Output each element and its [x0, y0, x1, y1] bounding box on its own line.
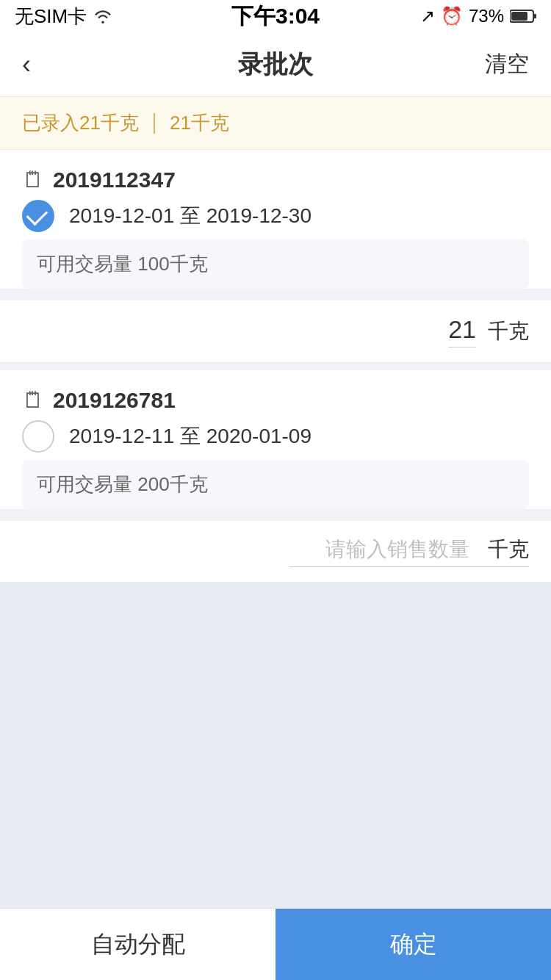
info-banner: 已录入21千克 21千克 — [0, 97, 551, 150]
status-right: ↗ ⏰ 73% — [420, 6, 536, 26]
batch-date-2: 2019-12-11 至 2020-01-09 — [69, 422, 311, 450]
info-divider — [154, 113, 155, 134]
quantity-value-1: 21 — [448, 315, 476, 347]
batch-date-row-2: 2019-12-11 至 2020-01-09 — [0, 420, 551, 460]
batch-id-1: 2019112347 — [53, 167, 176, 192]
input-unit-2: 千克 — [488, 536, 529, 563]
batch-id-2: 2019126781 — [53, 388, 176, 413]
status-left: 无SIM卡 — [15, 4, 113, 29]
availability-text-1: 可用交易量 100千克 — [37, 253, 208, 275]
bottom-bar: 自动分配 确定 — [0, 908, 551, 980]
svg-rect-2 — [511, 12, 527, 21]
batch-date-1: 2019-12-01 至 2019-12-30 — [69, 202, 311, 230]
quantity-row-1: 21 千克 — [0, 300, 551, 363]
wifi-icon — [93, 8, 113, 24]
status-time: 下午3:04 — [231, 1, 320, 32]
confirm-button[interactable]: 确定 — [276, 909, 551, 980]
radio-select-1[interactable] — [22, 200, 54, 232]
empty-area — [0, 583, 551, 935]
batch-header-1: 🗒 2019112347 — [0, 150, 551, 200]
separator-1 — [0, 363, 551, 370]
battery-text: 73% — [469, 6, 504, 26]
page-title: 录批次 — [238, 48, 313, 82]
batch-card-1: 🗒 2019112347 2019-12-01 至 2019-12-30 可用交… — [0, 150, 551, 289]
radio-select-2[interactable] — [22, 420, 54, 453]
batch-date-row-1: 2019-12-01 至 2019-12-30 — [0, 200, 551, 239]
batch-availability-2: 可用交易量 200千克 — [22, 460, 529, 509]
batch-header-2: 🗒 2019126781 — [0, 370, 551, 420]
svg-rect-1 — [533, 14, 536, 18]
auto-distribute-button[interactable]: 自动分配 — [0, 909, 276, 980]
status-bar: 无SIM卡 下午3:04 ↗ ⏰ 73% — [0, 0, 551, 32]
batch-icon-2: 🗒 — [22, 388, 44, 413]
clear-button[interactable]: 清空 — [485, 49, 529, 79]
batch-availability-1: 可用交易量 100千克 — [22, 239, 529, 289]
location-icon: ↗ — [420, 6, 435, 26]
nav-bar: ‹ 录批次 清空 — [0, 32, 551, 97]
alarm-icon: ⏰ — [441, 6, 463, 26]
quantity-unit-1: 千克 — [488, 317, 529, 345]
input-underline-2: 千克 — [289, 536, 529, 567]
sales-quantity-input[interactable] — [289, 538, 480, 561]
availability-text-2: 可用交易量 200千克 — [37, 473, 208, 495]
recorded-value: 21千克 — [170, 110, 229, 136]
battery-icon — [510, 9, 536, 24]
recorded-label: 已录入21千克 — [22, 110, 139, 136]
carrier-text: 无SIM卡 — [15, 4, 87, 29]
back-button[interactable]: ‹ — [22, 49, 66, 80]
batch-card-2: 🗒 2019126781 2019-12-11 至 2020-01-09 可用交… — [0, 370, 551, 509]
batch-icon-1: 🗒 — [22, 167, 44, 192]
input-row-2: 千克 — [0, 521, 551, 583]
